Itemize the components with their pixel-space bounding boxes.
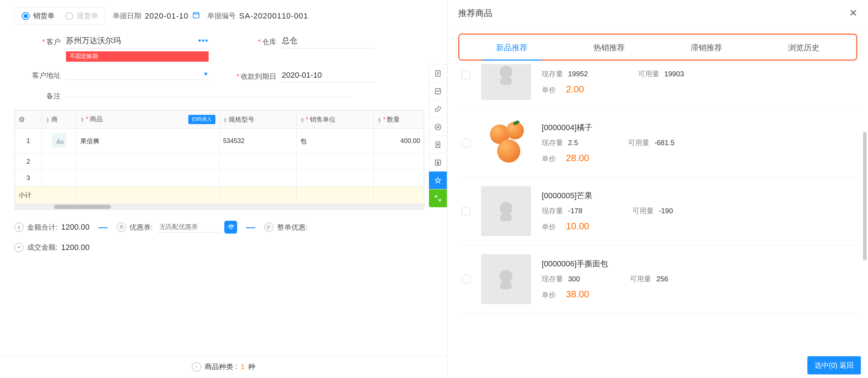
col-thumb: 商 (51, 116, 58, 123)
coupon-input[interactable] (157, 222, 221, 233)
customer-value[interactable]: 苏州万达沃尔玛 (66, 35, 121, 46)
col-spec: 规格型号 (229, 116, 254, 123)
warehouse-value[interactable]: 总仓 (282, 35, 297, 46)
star-icon[interactable] (429, 172, 447, 189)
product-item[interactable]: [0000004]橘子 现存量2.5 可用量-681.5 单价28.00 (458, 109, 857, 177)
tab-hot[interactable]: 热销推荐 (560, 37, 658, 60)
return-order-label: 退货单 (77, 11, 98, 21)
more-icon[interactable]: ••• (198, 36, 209, 45)
expand-icon[interactable] (429, 189, 447, 207)
customer-label: 客户 (46, 38, 61, 46)
tab-slow[interactable]: 滞销推荐 (658, 37, 755, 60)
sort-icon[interactable]: ▲▼ (377, 117, 382, 123)
product-item[interactable]: [0000005]芒果 现存量-178 可用量-190 单价10.00 (458, 177, 857, 245)
due-date-value[interactable]: 2020-01-10 (282, 71, 322, 80)
receipt-icon[interactable] (429, 136, 447, 154)
side-toolbar (429, 64, 447, 208)
yen-icon: ¥ (14, 223, 24, 232)
table-row[interactable]: 1 果倍爽 534532 包 400.00 (15, 129, 424, 154)
cell-qty[interactable]: 400.00 (374, 129, 424, 154)
product-checkbox[interactable] (462, 207, 470, 215)
doc-no-label: 单据编号 (207, 11, 236, 21)
col-unit: 销售单位 (310, 116, 336, 123)
vertical-scrollbar[interactable] (863, 132, 867, 260)
stock-label: 现存量 (542, 207, 563, 215)
sort-icon[interactable]: ▲▼ (46, 117, 50, 123)
tab-history[interactable]: 浏览历史 (755, 37, 853, 60)
product-item[interactable]: [0000006]手撕面包 现存量300 可用量256 单价38.00 (458, 245, 857, 313)
avail-label: 可用量 (638, 70, 659, 78)
avail-label: 可用量 (630, 275, 651, 283)
account-period-badge: 不固定账期 (66, 51, 209, 62)
deal-amount-label: 成交金额: (27, 242, 58, 252)
amount-total-label: 金额合计: (27, 223, 58, 232)
deal-amount-value: 1200.00 (61, 243, 90, 252)
horizontal-scrollbar[interactable] (15, 204, 424, 210)
price-label: 单价 (542, 291, 556, 299)
cell-product-name[interactable]: 果倍爽 (77, 129, 219, 154)
sales-order-radio[interactable]: 销货单 (22, 11, 55, 21)
tab-new[interactable]: 新品推荐 (463, 37, 560, 60)
table-row[interactable]: 2 (15, 154, 424, 170)
sort-icon[interactable]: ▲▼ (223, 117, 227, 123)
line-items-table: ⚙ ▲▼商 ▲▼*商品扫码录入 ▲▼规格型号 ▲▼*销售单位 ▲▼*数量 1 果… (14, 110, 424, 210)
product-checkbox[interactable] (462, 71, 470, 79)
svg-point-3 (435, 124, 441, 130)
doc-date-value[interactable]: 2020-01-10 (145, 11, 189, 21)
product-image-placeholder (481, 254, 531, 304)
svg-point-6 (500, 66, 512, 78)
product-name: [0000006]手撕面包 (542, 259, 854, 269)
warehouse-label: 仓库 (262, 38, 276, 46)
svg-point-8 (500, 202, 512, 215)
refresh-icon[interactable] (224, 221, 237, 234)
product-checkbox[interactable] (462, 139, 470, 147)
sort-icon[interactable]: ▲▼ (300, 117, 305, 123)
svg-rect-11 (500, 282, 512, 289)
stock-label: 现存量 (542, 275, 563, 283)
avail-value: 256 (656, 275, 668, 283)
row-index: 2 (15, 154, 42, 170)
stock-value: 19952 (568, 70, 588, 78)
close-icon[interactable]: ✕ (849, 7, 857, 19)
due-date-label: 收款到期日 (241, 72, 276, 80)
product-image (481, 118, 531, 168)
calendar-icon[interactable] (192, 11, 200, 21)
product-checkbox[interactable] (462, 275, 470, 284)
link-icon[interactable] (429, 100, 447, 118)
svg-rect-0 (193, 12, 199, 18)
avail-label: 可用量 (628, 139, 649, 147)
chart-icon[interactable] (429, 82, 447, 100)
doc-no-value: SA-20200110-001 (239, 11, 308, 21)
return-order-radio[interactable]: 退货单 (65, 11, 98, 21)
table-row[interactable]: 3 (15, 170, 424, 187)
left-panel: 销货单 退货单 单据日期 2020-01-10 单据编号 SA-20200110… (0, 0, 447, 378)
selected-return-button[interactable]: 选中(0) 返回 (807, 356, 861, 374)
doc-date-label: 单据日期 (113, 11, 141, 21)
currency-icon[interactable] (429, 154, 447, 172)
price-value: 38.00 (566, 289, 589, 300)
price-label: 单价 (542, 223, 556, 231)
doc-icon[interactable] (429, 65, 447, 82)
stock-label: 现存量 (542, 70, 563, 78)
coupon-icon: 券 (117, 223, 126, 232)
product-image-placeholder (481, 64, 531, 100)
recommend-tabs: 新品推荐 热销推荐 滞销推荐 浏览历史 (458, 34, 857, 61)
gear-icon[interactable]: ⚙ (19, 116, 25, 123)
product-thumbnail (42, 129, 76, 154)
exchange-icon[interactable] (429, 118, 447, 136)
avail-value: 19903 (664, 70, 684, 78)
radio-unchecked-icon (65, 12, 73, 20)
product-name: [0000004]橘子 (542, 122, 854, 133)
chevron-down-icon[interactable]: ▼ (203, 71, 209, 77)
sort-icon[interactable]: ▲▼ (80, 117, 85, 122)
product-item[interactable]: 250ml 现存量19952 可用量19903 单价2.00 (458, 64, 857, 109)
avail-value: -681.5 (654, 139, 675, 147)
stock-value: 300 (568, 275, 580, 283)
cell-unit[interactable]: 包 (296, 129, 373, 154)
avail-label: 可用量 (632, 207, 654, 215)
address-label: 客户地址 (14, 71, 61, 80)
product-image-placeholder (481, 186, 531, 236)
cell-spec[interactable]: 534532 (219, 129, 296, 154)
scan-input-button[interactable]: 扫码录入 (188, 115, 215, 124)
product-list[interactable]: 250ml 现存量19952 可用量19903 单价2.00 [0000004]… (448, 64, 868, 378)
